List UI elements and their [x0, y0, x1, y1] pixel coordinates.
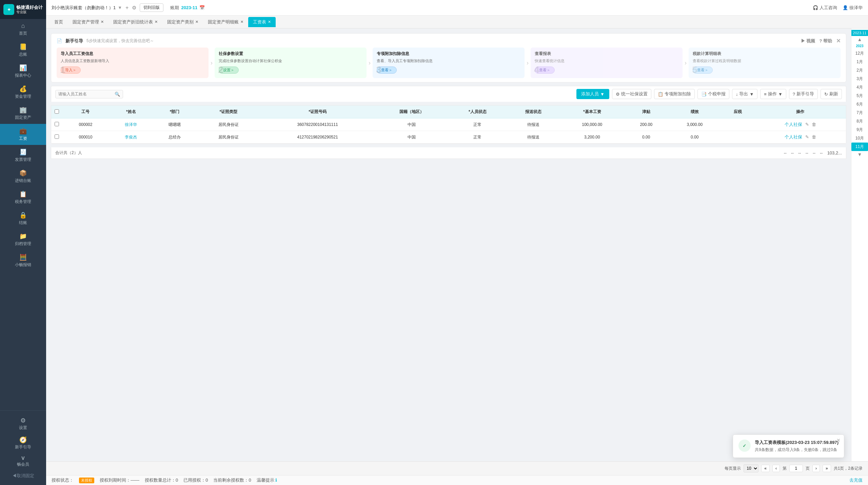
sidebar-item-reports[interactable]: 📊 报表中心 [0, 61, 46, 82]
switch-version-btn[interactable]: 切到旧版 [140, 3, 163, 12]
emp-performance-1: 3,000.00 [668, 118, 721, 131]
sidebar-item-funds[interactable]: 💰 资金管理 [0, 82, 46, 103]
sidebar-item-invoicing[interactable]: 🧾 发票管理 [0, 145, 46, 166]
fixed-assets-icon: 🏢 [19, 106, 27, 114]
tab-fixed-category[interactable]: 固定资产类别 ✕ [162, 17, 203, 27]
row-checkbox-2[interactable] [51, 131, 62, 144]
emp-name-1[interactable]: 徐泽华 [109, 118, 153, 131]
emp-operations-2[interactable]: 个人社保 ✎ 🗑 [755, 131, 846, 144]
per-page-select[interactable]: 10 20 50 [744, 464, 758, 472]
wizard-close-btn[interactable]: ✕ [836, 38, 841, 44]
app-logo: ✦ 畅捷通好会计 专业版 [0, 0, 46, 19]
account-settings-icon[interactable]: ⚙ [132, 5, 136, 11]
select-all-header[interactable] [51, 106, 62, 118]
prev-page-btn[interactable]: ‹ [772, 465, 780, 472]
add-person-btn[interactable]: 添加人员 ▼ [576, 89, 609, 99]
sidebar-item-wizard[interactable]: 🧭 新手引导 [0, 433, 46, 453]
refresh-btn[interactable]: ↻ 刷新 [821, 89, 842, 99]
calendar-month-8[interactable]: 8月 [851, 117, 868, 126]
user-menu[interactable]: 👤 徐泽华 [843, 5, 863, 11]
page-number-input[interactable] [789, 465, 803, 472]
account-selector[interactable]: 刘小艳演示账套（勿删勿动！）1 ▼ [52, 5, 122, 11]
sidebar-item-close[interactable]: 🔒 结账 [0, 208, 46, 229]
sidebar-item-tax[interactable]: 📋 税务管理 [0, 187, 46, 208]
col-name[interactable]: *姓名 [109, 106, 153, 118]
total-auth-label: 授权数量总计：0 [145, 477, 178, 483]
sidebar-item-member[interactable]: V 畅会员 [0, 453, 46, 470]
calendar-month-6[interactable]: 6月 [851, 100, 868, 109]
row-checkbox-1[interactable] [51, 118, 62, 131]
edit-icon-1[interactable]: ✎ [805, 122, 809, 127]
calendar-month-11[interactable]: 11月 [851, 143, 868, 151]
sidebar-pin-btn[interactable]: ◀取消固定 [0, 470, 46, 482]
calendar-prev-btn[interactable]: ▲ [851, 36, 868, 43]
emp-performance-2: 0.00 [668, 131, 721, 144]
calendar-month-9[interactable]: 9月 [851, 126, 868, 134]
calendar-next-btn[interactable]: ▼ [851, 151, 868, 158]
edit-icon-2[interactable]: ✎ [805, 134, 809, 139]
toolbar-right: 添加人员 ▼ ⚙ 统一社保设置 📋 专项附加扣除 📑 个税申报 [576, 89, 842, 99]
delete-icon-2[interactable]: 🗑 [812, 134, 816, 139]
calendar-month-5[interactable]: 5月 [851, 92, 868, 100]
refresh-icon: ↻ [824, 92, 828, 97]
sidebar-item-archive[interactable]: 📁 归档管理 [0, 229, 46, 250]
emp-id-2: 000010 [62, 131, 109, 144]
col-base-salary: *基本工资 [560, 106, 624, 118]
sidebar-item-expense[interactable]: 🧮 小畅报销 [0, 250, 46, 271]
tab-payroll-table[interactable]: 工资表 ✕ [248, 17, 276, 27]
table-toolbar: 🔍 添加人员 ▼ ⚙ 统一社保设置 📋 专项附加扣除 [51, 86, 846, 102]
individual-tax-btn[interactable]: 📑 个税申报 [697, 89, 729, 99]
sidebar-item-fixed-assets[interactable]: 🏢 固定资产 [0, 103, 46, 124]
select-all-checkbox[interactable] [55, 109, 59, 114]
next-page-btn[interactable]: › [812, 465, 820, 472]
tab-fixed-assets[interactable]: 固定资产管理 ✕ [68, 17, 108, 27]
social-security-btn[interactable]: ⚙ 统一社保设置 [612, 89, 651, 99]
operations-btn[interactable]: ≡ 操作 ▼ [760, 89, 786, 99]
upgrade-link[interactable]: 去充值 [849, 477, 863, 483]
emp-name-2[interactable]: 李俊杰 [109, 131, 153, 144]
social-icon: ⚙ [616, 92, 620, 97]
archive-icon: 📁 [19, 232, 27, 240]
calendar-month-1[interactable]: 1月 [851, 58, 868, 66]
sidebar-item-payroll[interactable]: 💼 工资 [0, 124, 46, 145]
sidebar-item-settings[interactable]: ⚙ 设置 [0, 414, 46, 433]
sidebar-item-inventory[interactable]: 📦 进销台账 [0, 166, 46, 187]
home-icon: ⌂ [21, 22, 25, 30]
calendar-month-2[interactable]: 2月 [851, 66, 868, 75]
toast-close-btn[interactable]: ✕ [836, 437, 841, 443]
sidebar-item-home[interactable]: ⌂ 首页 [0, 19, 46, 40]
consult-btn[interactable]: 🎧 人工咨询 [813, 5, 837, 11]
wizard-btn[interactable]: ? 新手引导 [789, 89, 818, 99]
export-btn[interactable]: ↓ 导出 ▼ [732, 89, 757, 99]
tab-close-payroll-table[interactable]: ✕ [268, 20, 271, 24]
last-page-btn[interactable]: » [823, 465, 831, 472]
tab-depreciation[interactable]: 固定资产折旧统计表 ✕ [108, 17, 162, 27]
wizard-arrow-4: › [683, 48, 689, 78]
calendar-month-7[interactable]: 7月 [851, 109, 868, 117]
tab-home[interactable]: 首页 [50, 17, 68, 27]
allowance-deduction-btn[interactable]: 📋 专项附加扣除 [654, 89, 695, 99]
col-report-status[interactable]: 报送状态 [506, 106, 560, 118]
first-page-btn[interactable]: « [761, 465, 770, 472]
employee-search-box[interactable]: 🔍 [55, 90, 123, 98]
calendar-month-3[interactable]: 3月 [851, 75, 868, 83]
calendar-month-4[interactable]: 4月 [851, 83, 868, 92]
calendar-month-12[interactable]: 12月 [851, 49, 868, 58]
emp-operations-1[interactable]: 个人社保 ✎ 🗑 [755, 118, 846, 131]
export-dropdown-arrow: ▼ [749, 92, 754, 97]
sidebar-item-ledger[interactable]: 📒 总账 [0, 40, 46, 61]
tab-close-fixed-category[interactable]: ✕ [195, 20, 198, 24]
col-status[interactable]: *人员状态 [449, 106, 506, 118]
period-selector[interactable]: 账期 2023-11 📅 [170, 5, 205, 11]
tab-fixed-detail[interactable]: 固定资产明细账 ✕ [203, 17, 248, 27]
tab-close-fixed-detail[interactable]: ✕ [240, 20, 243, 24]
tab-close-depreciation[interactable]: ✕ [155, 20, 158, 24]
tab-close-fixed-assets[interactable]: ✕ [101, 20, 104, 24]
search-input[interactable] [58, 92, 113, 96]
calendar-panel: 2023.11 ▲ 2023 12月 1月 2月 3月 4月 5月 6月 7月 … [851, 29, 868, 461]
emp-id-1: 000002 [62, 118, 109, 131]
delete-icon-1[interactable]: 🗑 [812, 122, 816, 127]
emp-nationality-2: 中国 [375, 131, 449, 144]
calendar-month-10[interactable]: 10月 [851, 134, 868, 143]
add-account-btn[interactable]: + [125, 5, 129, 11]
